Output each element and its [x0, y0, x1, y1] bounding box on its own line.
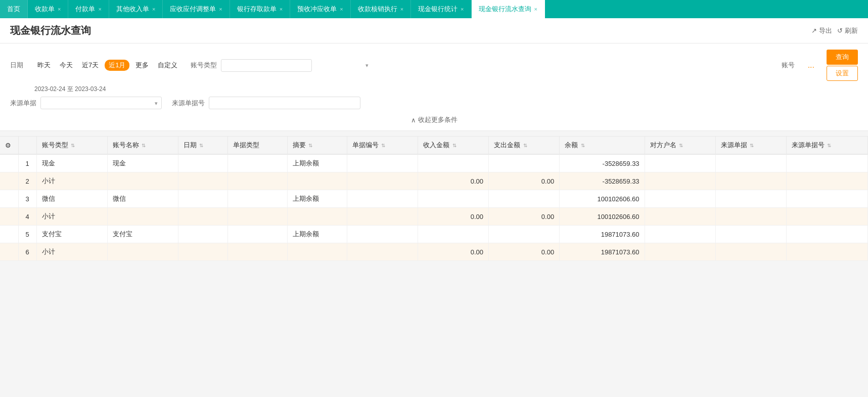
- cell-account-name[interactable]: 微信: [107, 190, 178, 208]
- nav-item-预收冲应收单[interactable]: 预收冲应收单×: [290, 0, 350, 18]
- nav-close-icon[interactable]: ×: [340, 6, 343, 12]
- refresh-button[interactable]: ↺ 刷新: [837, 26, 858, 35]
- cell-source-doc-num: [786, 208, 867, 226]
- th-account-name[interactable]: 账号名称 ⇅: [107, 137, 178, 155]
- th-expense-amount[interactable]: 支出金额 ⇅: [489, 137, 560, 155]
- account-label: 账号: [782, 61, 802, 70]
- query-button[interactable]: 查询: [827, 50, 858, 65]
- cell-account-type: 现金: [36, 154, 107, 172]
- th-source-doc[interactable]: 来源单据 ⇅: [715, 137, 786, 155]
- cell-income-amount: 0.00: [418, 243, 488, 261]
- sort-income-icon: ⇅: [452, 143, 456, 148]
- account-type-arrow-icon: ▾: [366, 62, 369, 69]
- th-balance[interactable]: 余额 ⇅: [560, 137, 645, 155]
- th-date[interactable]: 日期 ⇅: [178, 137, 227, 155]
- sort-counter-party-icon: ⇅: [679, 143, 683, 148]
- nav-close-icon[interactable]: ×: [280, 6, 283, 12]
- filter-row-2: 来源单据 ▾ 来源单据号: [10, 97, 858, 109]
- cell-account-type: 小计: [36, 172, 107, 190]
- th-summary[interactable]: 摘要 ⇅: [287, 137, 347, 155]
- date-opt-today[interactable]: 今天: [57, 60, 76, 71]
- nav-item-首页[interactable]: 首页: [0, 0, 28, 18]
- filter-area: 日期 昨天 今天 近7天 近1月 更多 自定义 账号类型 ▾ 账号 ...: [0, 43, 868, 131]
- cell-doc-number: [347, 190, 418, 208]
- row-checkbox: [0, 172, 18, 190]
- row-checkbox: [0, 226, 18, 243]
- cell-doc-type: [227, 208, 287, 226]
- th-account-type[interactable]: 账号类型 ⇅: [36, 137, 107, 155]
- nav-close-icon[interactable]: ×: [152, 6, 155, 12]
- nav-close-icon[interactable]: ×: [58, 6, 61, 12]
- account-dots-button[interactable]: ...: [806, 61, 816, 70]
- table-row: 1现金现金上期余额-3528659.33: [0, 154, 868, 172]
- cell-balance: 19871073.60: [560, 243, 645, 261]
- date-opt-custom[interactable]: 自定义: [155, 60, 180, 71]
- nav-close-icon[interactable]: ×: [534, 6, 537, 12]
- cell-income-amount: [418, 154, 488, 172]
- source-doc-filter-group: 来源单据 ▾: [10, 97, 162, 109]
- cell-doc-type: [227, 190, 287, 208]
- date-range-display: 2023-02-24 至 2023-03-24: [34, 85, 858, 94]
- row-number: 4: [18, 208, 36, 226]
- row-number: 1: [18, 154, 36, 172]
- nav-item-付款单[interactable]: 付款单×: [68, 0, 109, 18]
- nav-item-其他收入单[interactable]: 其他收入单×: [109, 0, 163, 18]
- cell-date: [178, 190, 227, 208]
- date-options: 昨天 今天 近7天 近1月 更多 自定义: [34, 60, 180, 71]
- date-filter-group: 日期 昨天 今天 近7天 近1月 更多 自定义: [10, 60, 180, 71]
- cell-source-doc: [715, 243, 786, 261]
- source-doc-num-input[interactable]: [209, 97, 360, 109]
- export-button[interactable]: ↗ 导出: [811, 26, 832, 35]
- row-checkbox: [0, 208, 18, 226]
- th-income-amount[interactable]: 收入金额 ⇅: [418, 137, 488, 155]
- cell-summary: 上期余额: [287, 226, 347, 243]
- row-number: 2: [18, 172, 36, 190]
- cell-account-name: [107, 208, 178, 226]
- date-opt-1month[interactable]: 近1月: [105, 60, 129, 71]
- cell-expense-amount: [489, 190, 560, 208]
- nav-item-应收应付调整单[interactable]: 应收应付调整单×: [163, 0, 230, 18]
- nav-item-现金银行统计[interactable]: 现金银行统计×: [411, 0, 471, 18]
- th-counter-party[interactable]: 对方户名 ⇅: [645, 137, 715, 155]
- date-opt-7days[interactable]: 近7天: [79, 60, 102, 71]
- export-icon: ↗: [811, 27, 817, 34]
- settings-button[interactable]: 设置: [827, 66, 858, 81]
- cell-account-name[interactable]: 现金: [107, 154, 178, 172]
- nav-item-收款核销执行[interactable]: 收款核销执行×: [351, 0, 411, 18]
- sort-summary-icon: ⇅: [308, 143, 312, 148]
- row-checkbox: [0, 154, 18, 172]
- cell-balance: -3528659.33: [560, 172, 645, 190]
- date-opt-yesterday[interactable]: 昨天: [34, 60, 54, 71]
- nav-item-现金银行流水查询[interactable]: 现金银行流水查询×: [472, 0, 545, 18]
- cell-account-name[interactable]: 支付宝: [107, 226, 178, 243]
- cell-counter-party: [645, 154, 715, 172]
- cell-income-amount: 0.00: [418, 208, 488, 226]
- row-number: 5: [18, 226, 36, 243]
- sort-balance-icon: ⇅: [581, 143, 585, 148]
- nav-item-银行存取款单[interactable]: 银行存取款单×: [230, 0, 290, 18]
- nav-item-收款单[interactable]: 收款单×: [28, 0, 68, 18]
- collapse-label: 收起更多条件: [418, 115, 458, 124]
- sort-date-icon: ⇅: [199, 143, 203, 148]
- cell-account-name: [107, 172, 178, 190]
- collapse-bar[interactable]: ∧ 收起更多条件: [10, 113, 858, 124]
- nav-close-icon[interactable]: ×: [400, 6, 403, 12]
- th-doc-type[interactable]: 单据类型: [227, 137, 287, 155]
- source-doc-select[interactable]: [40, 97, 162, 109]
- cell-income-amount: 0.00: [418, 172, 488, 190]
- account-type-filter-group: 账号类型 ▾: [191, 59, 771, 72]
- nav-close-icon[interactable]: ×: [219, 6, 222, 12]
- cell-doc-type: [227, 172, 287, 190]
- account-type-select[interactable]: [221, 59, 312, 72]
- table-row: 5支付宝支付宝上期余额19871073.60: [0, 226, 868, 243]
- nav-close-icon[interactable]: ×: [461, 6, 464, 12]
- cell-summary: [287, 172, 347, 190]
- th-doc-number[interactable]: 单据编号 ⇅: [347, 137, 418, 155]
- th-source-doc-num[interactable]: 来源单据号 ⇅: [786, 137, 867, 155]
- cell-account-type: 支付宝: [36, 226, 107, 243]
- th-settings[interactable]: ⚙: [0, 137, 18, 155]
- nav-close-icon[interactable]: ×: [98, 6, 101, 12]
- date-opt-more[interactable]: 更多: [132, 60, 152, 71]
- table-gear-icon[interactable]: ⚙: [5, 142, 11, 149]
- account-type-label: 账号类型: [191, 61, 217, 70]
